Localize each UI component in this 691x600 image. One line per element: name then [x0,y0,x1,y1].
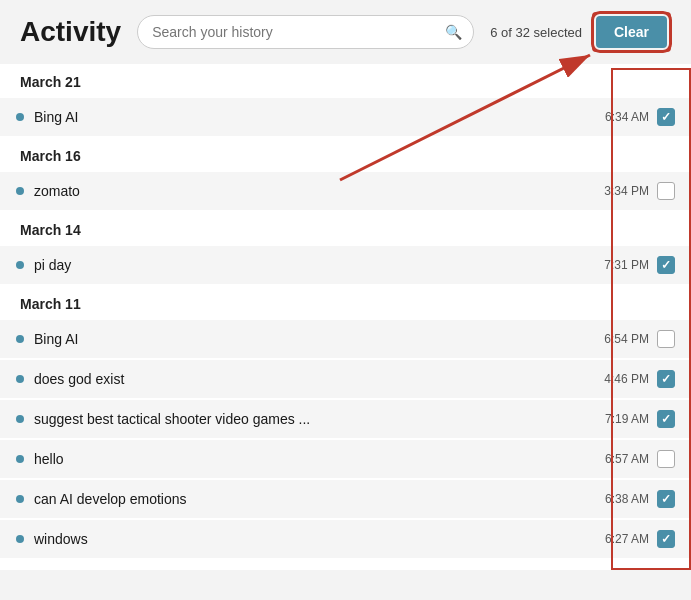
item-text: Bing AI [34,109,595,125]
dot-icon [16,415,24,423]
item-text: pi day [34,257,594,273]
item-checkbox[interactable] [657,256,675,274]
item-text: Bing AI [34,331,594,347]
item-right: 6:54 PM [604,330,675,348]
item-right: 6:57 AM [605,450,675,468]
table-row: suggest best tactical shooter video game… [0,400,691,438]
item-time: 6:54 PM [604,332,649,346]
selected-count: 6 of 32 selected [490,25,582,40]
table-row: does god exist4:46 PM [0,360,691,398]
table-row: Bing AI6:34 AM [0,98,691,136]
dot-icon [16,261,24,269]
item-text: does god exist [34,371,594,387]
item-time: 4:46 PM [604,372,649,386]
item-checkbox[interactable] [657,370,675,388]
dot-icon [16,187,24,195]
dot-icon [16,113,24,121]
item-text: can AI develop emotions [34,491,595,507]
item-right: 3:34 PM [604,182,675,200]
item-right: 6:27 AM [605,530,675,548]
item-checkbox[interactable] [657,330,675,348]
table-row: windows6:27 AM [0,520,691,558]
item-right: 7:19 AM [605,410,675,428]
app-header: Activity 🔍 6 of 32 selected Clear [0,0,691,64]
item-right: 6:38 AM [605,490,675,508]
item-checkbox[interactable] [657,490,675,508]
item-text: hello [34,451,595,467]
table-row: Bing AI6:54 PM [0,320,691,358]
search-input[interactable] [137,15,474,49]
item-checkbox[interactable] [657,530,675,548]
page-title: Activity [20,16,121,48]
activity-list: March 21Bing AI6:34 AMMarch 16zomato3:34… [0,64,691,570]
table-row: pi day7:31 PM [0,246,691,284]
date-header-0: March 21 [0,64,691,96]
item-time: 6:27 AM [605,532,649,546]
item-text: suggest best tactical shooter video game… [34,411,595,427]
item-text: zomato [34,183,594,199]
item-checkbox[interactable] [657,410,675,428]
dot-icon [16,375,24,383]
item-time: 6:38 AM [605,492,649,506]
item-checkbox[interactable] [657,108,675,126]
date-header-1: March 16 [0,138,691,170]
item-right: 7:31 PM [604,256,675,274]
item-time: 6:57 AM [605,452,649,466]
header-actions: 6 of 32 selected Clear [490,12,671,52]
item-text: windows [34,531,595,547]
item-checkbox[interactable] [657,450,675,468]
table-row: hello6:57 AM [0,440,691,478]
item-right: 6:34 AM [605,108,675,126]
dot-icon [16,495,24,503]
clear-btn-border: Clear [592,12,671,52]
dot-icon [16,335,24,343]
item-time: 7:19 AM [605,412,649,426]
search-icon: 🔍 [445,24,462,40]
item-right: 4:46 PM [604,370,675,388]
table-row: zomato3:34 PM [0,172,691,210]
date-header-3: March 11 [0,286,691,318]
dot-icon [16,455,24,463]
item-time: 6:34 AM [605,110,649,124]
table-row: can AI develop emotions6:38 AM [0,480,691,518]
item-time: 7:31 PM [604,258,649,272]
item-time: 3:34 PM [604,184,649,198]
date-header-2: March 14 [0,212,691,244]
item-checkbox[interactable] [657,182,675,200]
dot-icon [16,535,24,543]
search-wrapper: 🔍 [137,15,474,49]
clear-button[interactable]: Clear [596,16,667,48]
